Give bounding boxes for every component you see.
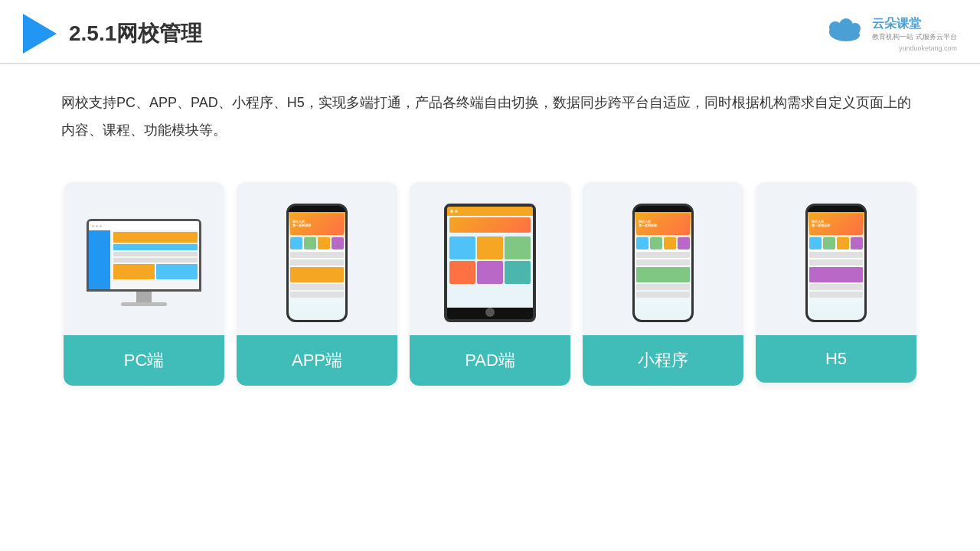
tablet-icon xyxy=(444,204,536,322)
logo-row: 云朵课堂 教育机构一站 式服务云平台 xyxy=(823,15,957,43)
header: 2.5.1网校管理 云朵课堂 教育机构一站 式服务云平台 yunduoketan… xyxy=(0,0,980,64)
card-miniapp-label: 小程序 xyxy=(583,335,743,386)
brand-url: yunduoketang.com xyxy=(899,44,957,52)
header-right: 云朵课堂 教育机构一站 式服务云平台 yunduoketang.com xyxy=(823,15,957,52)
card-h5-label: H5 xyxy=(756,335,916,383)
pc-monitor-icon xyxy=(87,219,201,306)
card-miniapp: 职达人的第一堂网络课 xyxy=(583,182,743,386)
phone-app-icon: 职达人的第一堂网课课 xyxy=(286,204,348,322)
card-app-label: APP端 xyxy=(237,335,397,386)
card-pad: PAD端 xyxy=(410,182,570,386)
card-pc-image xyxy=(64,182,224,335)
brand-logo: 云朵课堂 教育机构一站 式服务云平台 yunduoketang.com xyxy=(823,15,957,52)
page-title: 2.5.1网校管理 xyxy=(69,19,202,48)
card-pad-image xyxy=(410,182,570,335)
card-h5: 职达人的第一堂精品课 xyxy=(756,182,916,386)
card-app: 职达人的第一堂网课课 xyxy=(237,182,397,386)
card-miniapp-image: 职达人的第一堂网络课 xyxy=(583,182,743,335)
phone-miniapp-icon: 职达人的第一堂网络课 xyxy=(632,204,694,322)
phone-h5-icon: 职达人的第一堂精品课 xyxy=(805,204,867,322)
description-text: 网校支持PC、APP、PAD、小程序、H5，实现多端打通，产品各终端自由切换，数… xyxy=(0,64,980,152)
cloud-icon xyxy=(823,15,869,43)
card-h5-image: 职达人的第一堂精品课 xyxy=(756,182,916,335)
cards-container: PC端 职达人的第一堂网课课 xyxy=(0,159,980,401)
card-pc-label: PC端 xyxy=(64,335,224,386)
brand-name: 云朵课堂 教育机构一站 式服务云平台 xyxy=(872,16,957,42)
card-pad-label: PAD端 xyxy=(410,335,570,386)
header-left: 2.5.1网校管理 xyxy=(23,14,202,54)
card-pc: PC端 xyxy=(64,182,224,386)
svg-point-5 xyxy=(850,23,861,34)
logo-triangle-icon xyxy=(23,14,57,54)
card-app-image: 职达人的第一堂网课课 xyxy=(237,182,397,335)
